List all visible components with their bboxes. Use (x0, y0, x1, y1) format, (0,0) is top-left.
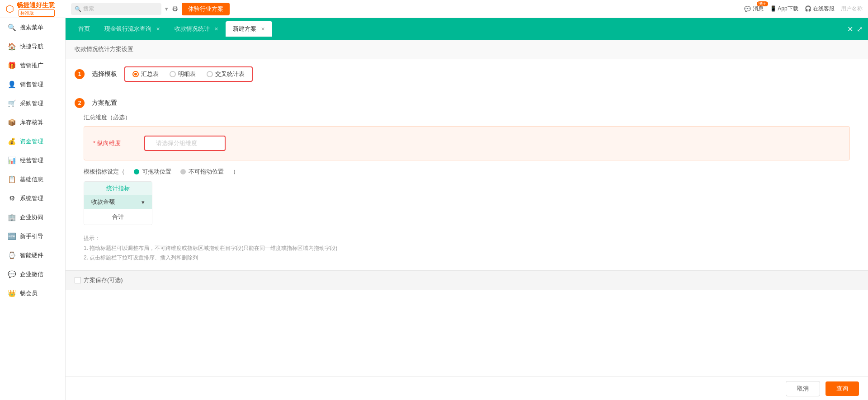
chevron-down-icon: ▾ (142, 199, 145, 206)
support-label: 在线客服 (813, 5, 835, 12)
dimension-title: 汇总维度（必选） (84, 113, 850, 122)
notification-area[interactable]: 💬 消息 99+ (744, 5, 764, 13)
step2-area: 2 方案配置 汇总维度（必选） 纵向维度 —— 请选择分组维度 (66, 98, 868, 263)
sidebar-item-funds[interactable]: 💰 资金管理 (0, 132, 65, 151)
sidebar-item-guide[interactable]: 🆕 新手引导 (0, 227, 65, 246)
sidebar-item-operations[interactable]: 📊 经营管理 (0, 151, 65, 170)
dimension-row: 纵向维度 —— 请选择分组维度 (93, 136, 840, 151)
save-checkbox-label: 方案保存(可选) (84, 276, 123, 284)
download-icon: 📱 (770, 5, 777, 12)
draggable-indicator: 可拖动位置 (134, 168, 171, 176)
save-checkbox[interactable]: 方案保存(可选) (75, 276, 123, 284)
top-bar: ⬡ 畅捷通好生意 标准版 🔍 搜索 ▾ ⚙ 体验行业方案 💬 消息 99+ 📱 … (0, 0, 868, 18)
draggable-dot (134, 169, 139, 174)
top-bar-center: 🔍 搜索 ▾ ⚙ 体验行业方案 (71, 3, 744, 15)
sidebar-label-inventory: 库存核算 (20, 118, 43, 127)
sidebar-label-marketing: 营销推广 (20, 61, 43, 70)
chat-icon: 💬 (7, 270, 16, 278)
tab-cashflow-label: 现金银行流水查询 (104, 25, 151, 33)
tab-cashflow-close[interactable]: ✕ (156, 26, 160, 32)
radio-cross[interactable]: 交叉统计表 (207, 70, 245, 78)
sidebar-item-basic[interactable]: 📋 基础信息 (0, 170, 65, 189)
settings-icon: ⚙ (7, 194, 16, 202)
sidebar-item-system[interactable]: ⚙ 系统管理 (0, 189, 65, 208)
crown-icon: 👑 (7, 289, 16, 297)
sidebar-item-marketing[interactable]: 🎁 营销推广 (0, 56, 65, 75)
sidebar-item-search[interactable]: 🔍 搜索菜单 (0, 18, 65, 37)
maximize-icon[interactable]: ⤢ (857, 25, 863, 33)
home-icon: 🏠 (7, 42, 16, 51)
indicator-col-label: 收款金额 (91, 198, 115, 206)
save-checkbox-box[interactable] (75, 277, 81, 283)
indicator-section: 模板指标设定（ 可拖动位置 不可拖动位置 ） 统计指标 (84, 168, 850, 226)
message-icon: 💬 (744, 6, 751, 12)
sidebar-label-basic: 基础信息 (20, 175, 43, 184)
radio-cross-dot (207, 71, 213, 77)
bottom-action-bar: 取消 查询 (66, 376, 868, 400)
step1-badge: 1 (75, 69, 85, 79)
tab-home[interactable]: 首页 (71, 21, 97, 37)
template-radio-group: 汇总表 明细表 交叉统计表 (124, 66, 253, 82)
dropdown-icon[interactable]: ▾ (165, 5, 168, 12)
sidebar-label-funds: 资金管理 (20, 137, 43, 146)
sidebar-item-member[interactable]: 👑 畅会员 (0, 284, 65, 303)
cancel-button[interactable]: 取消 (786, 381, 820, 396)
non-draggable-dot (180, 169, 186, 174)
sidebar-item-hardware[interactable]: ⌚ 智能硬件 (0, 246, 65, 265)
sidebar-item-purchase[interactable]: 🛒 采购管理 (0, 94, 65, 113)
step1-section: 1 选择模板 汇总表 明细表 交叉统计表 (66, 59, 868, 98)
dimension-arrow-icon: —— (126, 140, 139, 147)
non-draggable-indicator: 不可拖动位置 (180, 168, 224, 176)
tab-newplan-close[interactable]: ✕ (261, 26, 265, 32)
logo-badge: 标准版 (19, 9, 55, 17)
support-area[interactable]: 🎧 在线客服 (805, 5, 835, 13)
sidebar-label-hardware: 智能硬件 (20, 251, 43, 259)
page-header: 收款情况统计方案设置 (66, 40, 868, 59)
sidebar-label-quicknav: 快捷导航 (20, 42, 43, 51)
radio-detail-dot (170, 71, 176, 77)
indicator-setting-title: 模板指标设定（ (84, 168, 125, 176)
radio-detail[interactable]: 明细表 (170, 70, 196, 78)
gear-icon[interactable]: ⚙ (172, 5, 178, 13)
download-area[interactable]: 📱 App下载 (770, 5, 798, 13)
page-footer: 方案保存(可选) (66, 270, 868, 290)
headset-icon: 🎧 (805, 5, 811, 12)
search-icon: 🔍 (7, 24, 16, 32)
notification-badge: 99+ (757, 1, 768, 6)
sidebar-label-operations: 经营管理 (20, 156, 43, 165)
dimension-select[interactable]: 请选择分组维度 (144, 136, 226, 151)
sidebar-item-quicknav[interactable]: 🏠 快捷导航 (0, 37, 65, 56)
query-button[interactable]: 查询 (826, 381, 859, 396)
tab-bar: 首页 现金银行流水查询 ✕ 收款情况统计 ✕ 新建方案 ✕ ✕ ⤢ (66, 18, 868, 40)
tips-title: 提示： (84, 235, 100, 241)
sidebar-item-inventory[interactable]: 📦 库存核算 (0, 113, 65, 132)
indicator-total-cell: 合计 (84, 209, 152, 225)
sidebar-label-search: 搜索菜单 (20, 24, 43, 32)
sidebar-item-sales[interactable]: 👤 销售管理 (0, 75, 65, 94)
radio-detail-label: 明细表 (178, 70, 196, 78)
indicator-group-header: 统计指标 (84, 182, 152, 195)
close-window-icon[interactable]: ✕ (847, 25, 853, 33)
page-title: 收款情况统计方案设置 (75, 46, 133, 52)
tab-receipts[interactable]: 收款情况统计 ✕ (167, 21, 226, 37)
indicator-col-header[interactable]: 收款金额 ▾ (84, 195, 152, 209)
trial-button[interactable]: 体验行业方案 (182, 3, 230, 15)
tab-bar-actions: ✕ ⤢ (847, 25, 863, 33)
sidebar-item-enterprise[interactable]: 🏢 企业协同 (0, 208, 65, 227)
tab-cashflow[interactable]: 现金银行流水查询 ✕ (97, 21, 167, 37)
tab-newplan[interactable]: 新建方案 ✕ (226, 21, 272, 37)
radio-summary[interactable]: 汇总表 (132, 70, 159, 78)
search-placeholder: 搜索 (83, 5, 94, 13)
chart-icon: 📊 (7, 156, 16, 165)
radio-summary-dot (132, 71, 139, 77)
search-icon: 🔍 (75, 6, 81, 12)
sidebar: 🔍 搜索菜单 🏠 快捷导航 🎁 营销推广 👤 销售管理 🛒 采购管理 📦 库存核… (0, 18, 66, 400)
sidebar-item-wechat[interactable]: 💬 企业微信 (0, 265, 65, 284)
tip-item-1: 1. 拖动标题栏可以调整布局，不可跨维度或指标区域拖动栏目字段(只能在同一维度或… (84, 244, 850, 254)
content-area: 首页 现金银行流水查询 ✕ 收款情况统计 ✕ 新建方案 ✕ ✕ ⤢ 收款情况统计… (66, 18, 868, 400)
top-search-bar[interactable]: 🔍 搜索 (71, 3, 161, 15)
step2-label: 方案配置 (92, 99, 117, 107)
tab-receipts-close[interactable]: ✕ (214, 26, 218, 32)
sidebar-label-sales: 销售管理 (20, 80, 43, 89)
radio-cross-label: 交叉统计表 (215, 70, 245, 78)
